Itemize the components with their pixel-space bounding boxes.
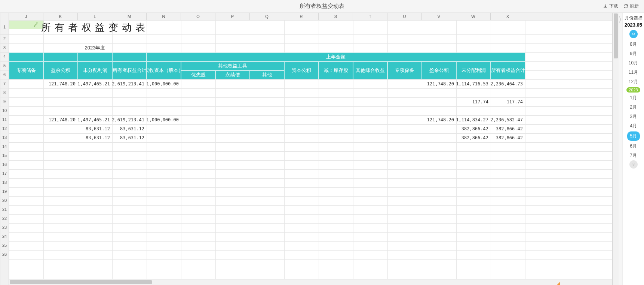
panel-collapse-handle[interactable] — [619, 13, 622, 285]
data-cell[interactable]: 121,748.20 — [43, 79, 78, 88]
spreadsheet[interactable]: JKLMNOPQRSTUVWX 123456789101112131415161… — [0, 13, 613, 285]
header-K[interactable]: 盈余公积 — [43, 61, 78, 79]
col-header[interactable]: X — [491, 13, 525, 20]
data-cell[interactable]: 382,866.42 — [491, 133, 525, 142]
refresh-button[interactable]: 刷新 — [623, 3, 639, 9]
month-option[interactable]: 7月 — [627, 151, 640, 160]
row-header[interactable]: 20 — [0, 196, 9, 205]
data-cell[interactable]: 1,000,000.00 — [147, 115, 181, 124]
data-cell[interactable]: -83,631.12 — [78, 133, 112, 142]
data-cell[interactable]: -83,631.12 — [112, 133, 147, 142]
row-header[interactable]: 1 — [0, 20, 9, 34]
col-header[interactable]: N — [147, 13, 181, 20]
row-header[interactable]: 2 — [0, 34, 9, 43]
row-header[interactable]: 18 — [0, 178, 9, 187]
scroll-down-button[interactable] — [629, 160, 638, 169]
row-header[interactable]: 23 — [0, 223, 9, 232]
subheader-P[interactable]: 永续债 — [215, 70, 250, 79]
month-option[interactable]: 5月 — [627, 131, 640, 141]
col-header[interactable]: U — [387, 13, 422, 20]
row-header[interactable]: 7 — [0, 79, 9, 88]
scroll-up-button[interactable] — [629, 30, 638, 38]
header-empty[interactable] — [43, 52, 78, 61]
row-header[interactable]: 21 — [0, 205, 9, 214]
horizontal-scrollbar[interactable] — [9, 279, 612, 285]
data-cell[interactable]: 1,497,465.21 — [78, 115, 112, 124]
header-equity-tools[interactable]: 其他权益工具 — [181, 61, 284, 70]
report-year[interactable]: 2023年度 — [9, 43, 181, 52]
col-header[interactable]: P — [215, 13, 250, 20]
group-header[interactable]: 上年金额 — [147, 52, 525, 61]
data-cell[interactable]: 1,114,716.53 — [456, 79, 491, 88]
col-header[interactable]: L — [78, 13, 112, 20]
data-cell[interactable]: 2,236,464.73 — [491, 79, 525, 88]
row-header[interactable]: 13 — [0, 133, 9, 142]
row-header[interactable]: 9 — [0, 97, 9, 106]
header-T[interactable]: 其他综合收益 — [353, 61, 387, 79]
row-header[interactable]: 12 — [0, 124, 9, 133]
data-cell[interactable]: 382,866.42 — [456, 124, 491, 133]
row-header[interactable]: 17 — [0, 169, 9, 178]
report-title[interactable]: 所有者权益变动表 — [9, 20, 181, 34]
col-header[interactable]: K — [43, 13, 78, 20]
data-cell[interactable]: 382,866.42 — [456, 133, 491, 142]
month-option[interactable]: 3月 — [627, 112, 640, 121]
row-header[interactable]: 14 — [0, 142, 9, 151]
col-header[interactable]: W — [456, 13, 491, 20]
month-option[interactable]: 12月 — [629, 77, 638, 87]
month-option[interactable]: 2月 — [627, 103, 640, 112]
header-J[interactable]: 专项储备 — [9, 61, 43, 79]
month-option[interactable]: 9月 — [629, 49, 638, 58]
download-button[interactable]: 下载 — [603, 3, 618, 9]
data-cell[interactable]: 117.74 — [456, 97, 491, 106]
col-header[interactable]: Q — [250, 13, 284, 20]
data-cell[interactable]: -83,631.12 — [78, 124, 112, 133]
data-cell[interactable]: 382,866.42 — [491, 124, 525, 133]
select-all-corner[interactable] — [0, 13, 9, 20]
month-option[interactable]: 4月 — [627, 121, 640, 131]
data-cell[interactable]: 121,748.20 — [422, 115, 456, 124]
cell-grid[interactable]: 所有者权益变动表2023年度上年金额专项储备盈余公积未分配利润所有者权益合计实收… — [9, 20, 612, 285]
data-cell[interactable]: 1,000,000.00 — [147, 79, 181, 88]
row-header[interactable]: 6 — [0, 70, 9, 79]
col-header[interactable]: J — [9, 13, 43, 20]
data-cell[interactable]: -83,631.12 — [112, 124, 147, 133]
header-L[interactable]: 未分配利润 — [78, 61, 112, 79]
row-header[interactable]: 15 — [0, 151, 9, 160]
row-header[interactable]: 26 — [0, 250, 9, 259]
month-option[interactable]: 1月 — [627, 93, 640, 103]
row-header[interactable]: 10 — [0, 106, 9, 115]
data-cell[interactable]: 1,114,834.27 — [456, 115, 491, 124]
row-header[interactable]: 11 — [0, 115, 9, 124]
header-empty[interactable] — [112, 52, 147, 61]
header-R[interactable]: 资本公积 — [284, 61, 319, 79]
row-header[interactable]: 16 — [0, 160, 9, 169]
subheader-Q[interactable]: 其他 — [250, 70, 284, 79]
data-cell[interactable]: 121,748.20 — [422, 79, 456, 88]
col-header[interactable]: V — [422, 13, 456, 20]
month-option[interactable]: 8月 — [629, 40, 638, 49]
header-V[interactable]: 盈余公积 — [422, 61, 456, 79]
row-header[interactable]: 3 — [0, 43, 9, 52]
header-W[interactable]: 未分配利润 — [456, 61, 491, 79]
row-header[interactable]: 25 — [0, 241, 9, 250]
month-option[interactable]: 6月 — [627, 142, 640, 151]
col-header[interactable]: S — [319, 13, 353, 20]
col-header[interactable]: R — [284, 13, 319, 20]
row-header[interactable]: 8 — [0, 88, 9, 97]
row-header[interactable]: 22 — [0, 214, 9, 223]
data-cell[interactable]: 121,748.20 — [43, 115, 78, 124]
header-M[interactable]: 所有者权益合计 — [112, 61, 147, 79]
subheader-O[interactable]: 优先股 — [181, 70, 215, 79]
vertical-scrollbar[interactable] — [613, 13, 619, 285]
row-header[interactable]: 5 — [0, 61, 9, 70]
header-X[interactable]: 所有者权益合计 — [491, 61, 525, 79]
month-option[interactable]: 10月 — [629, 58, 638, 68]
row-header[interactable]: 24 — [0, 232, 9, 241]
row-header[interactable]: 19 — [0, 187, 9, 196]
header-empty[interactable] — [9, 52, 43, 61]
header-empty[interactable] — [78, 52, 112, 61]
data-cell[interactable]: 1,497,465.21 — [78, 79, 112, 88]
row-header[interactable]: 4 — [0, 52, 9, 61]
data-cell[interactable]: 2,236,582.47 — [491, 115, 525, 124]
